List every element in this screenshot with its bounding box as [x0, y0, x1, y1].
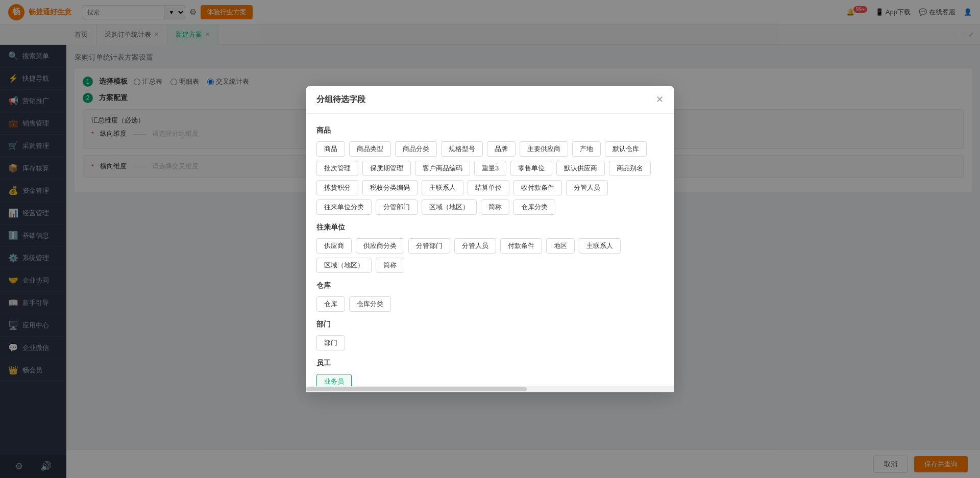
- field-tag-payment-cond[interactable]: 付款条件: [500, 238, 542, 254]
- field-tag-default-supplier[interactable]: 默认供应商: [556, 161, 605, 176]
- field-tag-weight[interactable]: 重量3: [474, 161, 506, 176]
- field-tag-alias[interactable]: 商品别名: [609, 161, 651, 176]
- field-tag-short-cp[interactable]: 简称: [376, 258, 404, 273]
- field-tag-salesperson[interactable]: 业务员: [316, 374, 352, 386]
- field-tag-region-goods[interactable]: 区域（地区）: [422, 199, 477, 215]
- field-tag-payment-terms[interactable]: 收付款条件: [513, 180, 562, 195]
- section-title-department: 部门: [316, 320, 664, 329]
- field-tag-goods-category[interactable]: 商品分类: [395, 141, 437, 157]
- field-tag-spec[interactable]: 规格型号: [441, 141, 483, 157]
- modal-overlay: 分组待选字段 ✕ 商品 商品 商品类型 商品分类 规格型号 品牌 主要供应商 产…: [0, 0, 980, 478]
- modal-hscrollbar[interactable]: [306, 386, 674, 392]
- modal-title: 分组待选字段: [316, 94, 365, 105]
- field-tag-origin[interactable]: 产地: [572, 141, 601, 157]
- field-tag-customer-code[interactable]: 客户商品编码: [415, 161, 470, 176]
- field-tag-supervisor2[interactable]: 分管人员: [454, 238, 496, 254]
- field-tag-main-contact2[interactable]: 主联系人: [579, 238, 621, 254]
- field-tag-short-name[interactable]: 简称: [481, 199, 509, 215]
- department-field-grid: 部门: [316, 335, 664, 350]
- field-tag-supervisor[interactable]: 分管人员: [566, 180, 608, 195]
- field-tag-expiry[interactable]: 保质期管理: [362, 161, 411, 176]
- field-tag-retail-unit[interactable]: 零售单位: [510, 161, 552, 176]
- field-tag-brand[interactable]: 品牌: [487, 141, 516, 157]
- field-tag-area[interactable]: 地区: [546, 238, 575, 254]
- modal-header: 分组待选字段 ✕: [306, 86, 674, 114]
- field-tag-warehouse[interactable]: 仓库: [316, 296, 345, 312]
- field-tag-main-supplier[interactable]: 主要供应商: [520, 141, 568, 157]
- field-tag-goods-type[interactable]: 商品类型: [349, 141, 391, 157]
- field-tag-main-contact[interactable]: 主联系人: [422, 180, 463, 195]
- counterpart-field-grid: 供应商 供应商分类 分管部门 分管人员 付款条件 地区 主联系人 区域（地区） …: [316, 238, 664, 273]
- field-tag-supplier[interactable]: 供应商: [316, 238, 352, 254]
- field-tag-goods[interactable]: 商品: [316, 141, 345, 157]
- field-tag-default-warehouse[interactable]: 默认仓库: [605, 141, 647, 157]
- modal-close-icon[interactable]: ✕: [656, 95, 664, 104]
- field-tag-tax-code[interactable]: 税收分类编码: [362, 180, 418, 195]
- field-tag-pick-score[interactable]: 拣货积分: [316, 180, 358, 195]
- field-tag-region-cp[interactable]: 区域（地区）: [316, 258, 372, 273]
- section-title-goods: 商品: [316, 126, 664, 135]
- field-tag-warehouse-cat[interactable]: 仓库分类: [513, 199, 555, 215]
- goods-field-grid: 商品 商品类型 商品分类 规格型号 品牌 主要供应商 产地 默认仓库 批次管理 …: [316, 141, 664, 215]
- field-tag-settlement-unit[interactable]: 结算单位: [468, 180, 509, 195]
- modal-body[interactable]: 商品 商品 商品类型 商品分类 规格型号 品牌 主要供应商 产地 默认仓库 批次…: [306, 114, 674, 386]
- warehouse-field-grid: 仓库 仓库分类: [316, 296, 664, 312]
- field-tag-department[interactable]: 部门: [316, 335, 345, 350]
- field-tag-batch[interactable]: 批次管理: [316, 161, 358, 176]
- field-tag-supplier-cat[interactable]: 供应商分类: [356, 238, 404, 254]
- employee-field-grid: 业务员: [316, 374, 664, 386]
- field-tag-counterpart-category[interactable]: 往来单位分类: [316, 199, 372, 215]
- section-title-counterpart: 往来单位: [316, 223, 664, 232]
- section-title-employee: 员工: [316, 359, 664, 368]
- section-title-warehouse: 仓库: [316, 281, 664, 290]
- field-tag-dept[interactable]: 分管部门: [376, 199, 418, 215]
- modal: 分组待选字段 ✕ 商品 商品 商品类型 商品分类 规格型号 品牌 主要供应商 产…: [306, 86, 674, 392]
- field-tag-warehouse-category[interactable]: 仓库分类: [349, 296, 391, 312]
- field-tag-dept2[interactable]: 分管部门: [408, 238, 450, 254]
- modal-hscroll-thumb: [306, 387, 527, 391]
